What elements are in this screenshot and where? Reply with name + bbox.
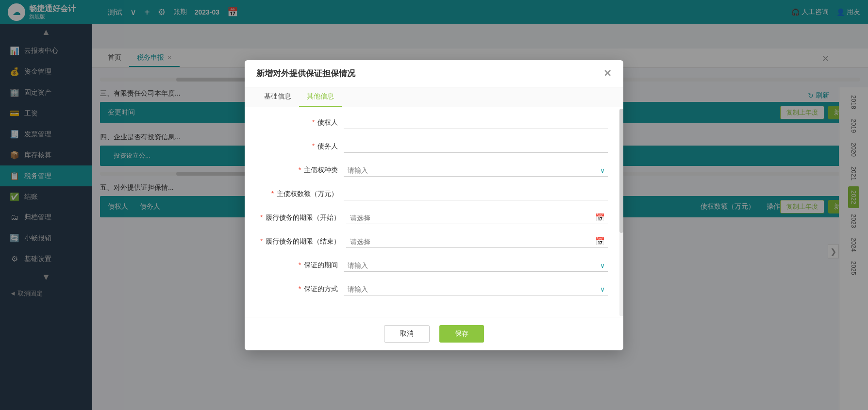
guarantee-period-chevron[interactable]: ∨	[600, 262, 608, 269]
debt-amount-label: * 主债权数额（万元）	[260, 190, 338, 198]
creditor-label: * 债权人	[260, 118, 338, 127]
guarantee-period-input[interactable]	[344, 260, 600, 271]
guarantee-method-select-wrap: ∨	[344, 283, 608, 295]
dialog-footer: 取消 保存	[245, 317, 623, 350]
debtor-input[interactable]	[344, 141, 608, 153]
dialog-tab-basic-info[interactable]: 基础信息	[256, 87, 299, 107]
period-end-calendar-icon[interactable]: 📅	[595, 237, 608, 246]
debt-amount-input[interactable]	[344, 188, 608, 200]
debt-type-input[interactable]	[344, 164, 600, 176]
form-row-period-start: * 履行债务的期限（开始） 📅	[260, 212, 608, 224]
cancel-button[interactable]: 取消	[384, 325, 430, 343]
period-start-calendar-icon[interactable]: 📅	[595, 213, 608, 222]
dialog-title: 新增对外提供保证担保情况	[256, 68, 355, 79]
period-end-input[interactable]	[346, 236, 595, 247]
period-end-wrap: 📅	[346, 236, 608, 248]
dialog-tabs: 基础信息 其他信息	[245, 87, 623, 107]
dialog-scrollbar[interactable]	[619, 109, 623, 316]
dialog: 新增对外提供保证担保情况 ✕ 基础信息 其他信息 * 债权人	[245, 60, 623, 350]
guarantee-method-chevron[interactable]: ∨	[600, 285, 608, 293]
form-row-period-end: * 履行债务的期限（结束） 📅	[260, 236, 608, 248]
period-start-label: * 履行债务的期限（开始）	[260, 213, 340, 222]
debt-type-chevron[interactable]: ∨	[600, 166, 608, 174]
dialog-body: * 债权人 * 债务人 * 主债权种类	[245, 107, 623, 317]
debtor-label: * 债务人	[260, 142, 338, 151]
save-button[interactable]: 保存	[439, 325, 484, 343]
form-row-guarantee-period: * 保证的期间 ∨	[260, 260, 608, 272]
creditor-input[interactable]	[344, 117, 608, 129]
dialog-overlay: 新增对外提供保证担保情况 ✕ 基础信息 其他信息 * 债权人	[0, 0, 868, 410]
debt-type-select-wrap: ∨	[344, 164, 608, 177]
guarantee-period-label: * 保证的期间	[260, 261, 338, 270]
form-row-creditor: * 债权人	[260, 117, 608, 129]
dialog-header: 新增对外提供保证担保情况 ✕	[245, 60, 623, 87]
form-row-guarantee-method: * 保证的方式 ∨	[260, 283, 608, 295]
period-start-wrap: 📅	[346, 212, 608, 224]
guarantee-method-label: * 保证的方式	[260, 285, 338, 294]
guarantee-period-select-wrap: ∨	[344, 260, 608, 272]
dialog-close-button[interactable]: ✕	[603, 68, 612, 78]
period-start-input[interactable]	[346, 212, 595, 224]
guarantee-method-input[interactable]	[344, 283, 600, 295]
dialog-scrollbar-thumb	[619, 109, 623, 233]
form-row-debtor: * 债务人	[260, 141, 608, 153]
dialog-tab-other-info[interactable]: 其他信息	[299, 87, 342, 107]
debt-type-label: * 主债权种类	[260, 166, 338, 175]
form-row-debt-amount: * 主债权数额（万元）	[260, 188, 608, 200]
period-end-label: * 履行债务的期限（结束）	[260, 237, 340, 246]
form-row-debt-type: * 主债权种类 ∨	[260, 164, 608, 177]
